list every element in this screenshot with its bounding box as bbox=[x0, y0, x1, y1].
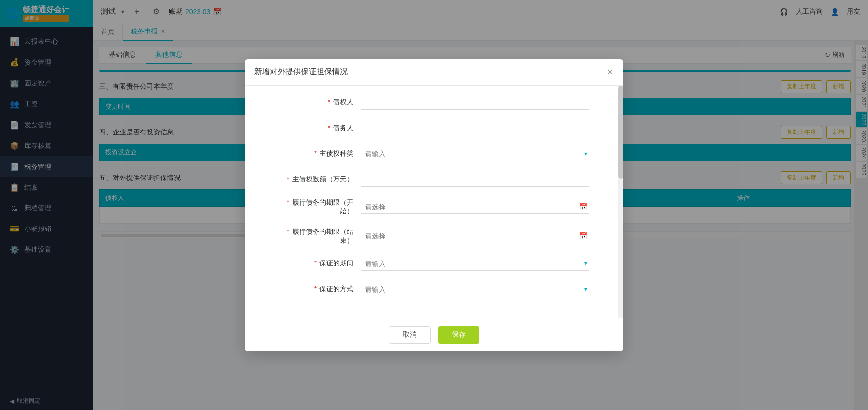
chevron-down-icon-guarantee-period[interactable]: ▾ bbox=[584, 260, 589, 267]
label-guarantee-period: * 保证的期间 bbox=[274, 259, 361, 268]
form-row-period-start: * 履行债务的期限（开始） 📅 bbox=[274, 198, 589, 216]
modal-dialog: 新增对外提供保证担保情况 ✕ * 债权人 * 债务人 bbox=[245, 59, 623, 351]
input-period-start[interactable] bbox=[361, 200, 579, 213]
cancel-button[interactable]: 取消 bbox=[389, 326, 431, 344]
form-row-guarantee-period: * 保证的期间 ▾ bbox=[274, 257, 589, 271]
modal-overlay: 新增对外提供保证担保情况 ✕ * 债权人 * 债务人 bbox=[0, 0, 868, 410]
form-row-debt-amount: * 主债权数额（万元） bbox=[274, 173, 589, 187]
chevron-down-icon-guarantee-method[interactable]: ▾ bbox=[584, 286, 589, 293]
label-debt-type: * 主债权种类 bbox=[274, 149, 361, 158]
date-period-end-wrap: 📅 bbox=[361, 229, 589, 243]
modal-title: 新增对外提供保证担保情况 bbox=[254, 67, 348, 77]
chevron-down-icon-debt-type[interactable]: ▾ bbox=[584, 150, 589, 157]
calendar-icon-period-end[interactable]: 📅 bbox=[579, 232, 589, 240]
form-row-debt-type: * 主债权种类 ▾ bbox=[274, 147, 589, 161]
modal-footer: 取消 保存 bbox=[245, 318, 623, 351]
input-creditor[interactable] bbox=[361, 96, 589, 110]
calendar-icon-period-start[interactable]: 📅 bbox=[579, 203, 589, 211]
label-period-start: * 履行债务的期限（开始） bbox=[274, 198, 361, 216]
modal-header: 新增对外提供保证担保情况 ✕ bbox=[245, 59, 623, 86]
input-guarantee-method[interactable] bbox=[361, 282, 584, 296]
save-button[interactable]: 保存 bbox=[438, 326, 479, 344]
form-row-creditor: * 债权人 bbox=[274, 96, 589, 110]
form-row-debtor: * 债务人 bbox=[274, 121, 589, 135]
label-debt-amount: * 主债权数额（万元） bbox=[274, 175, 361, 184]
input-guarantee-period[interactable] bbox=[361, 257, 584, 270]
date-period-start-wrap: 📅 bbox=[361, 200, 589, 214]
select-guarantee-method-wrap: ▾ bbox=[361, 282, 589, 296]
modal-scrollbar[interactable] bbox=[618, 86, 623, 318]
form-row-period-end: * 履行债务的期限（结束） 📅 bbox=[274, 228, 589, 245]
modal-close-button[interactable]: ✕ bbox=[606, 67, 614, 78]
modal-body: * 债权人 * 债务人 * 主债权种 bbox=[245, 86, 618, 318]
select-debt-type-wrap: ▾ bbox=[361, 147, 589, 161]
label-guarantee-method: * 保证的方式 bbox=[274, 285, 361, 294]
label-debtor: * 债务人 bbox=[274, 124, 361, 132]
input-debt-type[interactable] bbox=[361, 147, 584, 161]
select-guarantee-period-wrap: ▾ bbox=[361, 257, 589, 271]
label-creditor: * 债权人 bbox=[274, 98, 361, 107]
input-debt-amount[interactable] bbox=[361, 173, 589, 187]
input-debtor[interactable] bbox=[361, 121, 589, 135]
input-period-end[interactable] bbox=[361, 229, 579, 243]
form-row-guarantee-method: * 保证的方式 ▾ bbox=[274, 282, 589, 296]
label-period-end: * 履行债务的期限（结束） bbox=[274, 228, 361, 245]
